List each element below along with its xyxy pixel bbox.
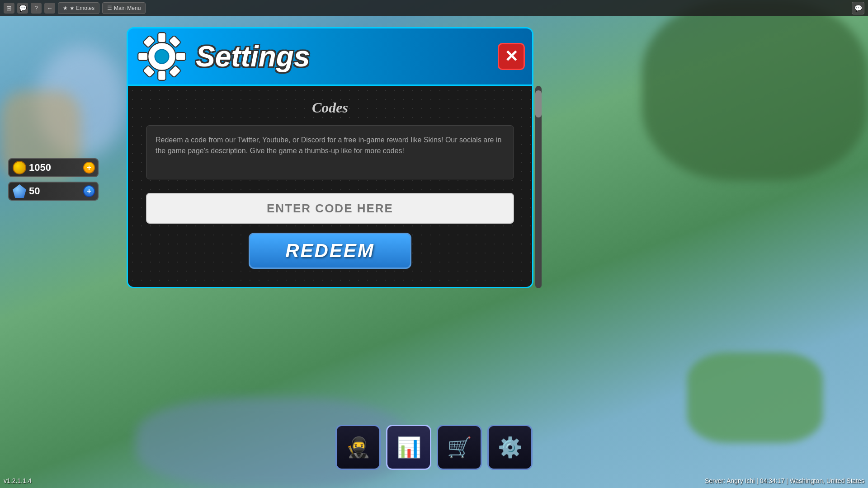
- scrollbar-thumb[interactable]: [535, 90, 542, 117]
- characters-button[interactable]: 🥷: [335, 425, 381, 470]
- modal-body: Codes Redeem a code from our Twitter, Yo…: [127, 86, 533, 288]
- leaderboard-icon: 📊: [396, 436, 421, 459]
- gems-value: 50: [29, 185, 80, 197]
- bg-decoration: [642, 0, 868, 181]
- chat-bubble-icon[interactable]: 💬: [852, 2, 864, 14]
- shop-icon: 🛒: [447, 436, 472, 459]
- modal-scrollbar[interactable]: [535, 86, 542, 288]
- coins-value: 1050: [29, 162, 80, 174]
- topbar: ⊞ 💬 ? ← ★ ★ Emotes ☰ Main Menu 💬: [0, 0, 868, 16]
- settings-toolbar-button[interactable]: ⚙️: [487, 425, 533, 470]
- gems-display: 50 +: [8, 182, 99, 201]
- roblox-back-icon[interactable]: ←: [44, 3, 55, 14]
- modal-header: Settings ✕: [127, 27, 533, 86]
- bottom-toolbar: 🥷 📊 🛒 ⚙️: [335, 425, 533, 470]
- close-button[interactable]: ✕: [498, 43, 525, 70]
- close-icon: ✕: [505, 47, 518, 66]
- svg-rect-1: [158, 70, 166, 80]
- settings-modal: Settings ✕ Codes Redeem a code from our …: [127, 27, 533, 288]
- topbar-right: 💬: [852, 2, 864, 14]
- code-input[interactable]: [146, 193, 514, 224]
- menu-icon: ☰: [107, 5, 112, 11]
- gem-icon: [13, 184, 26, 198]
- redeem-label: REDEEM: [285, 240, 375, 262]
- coins-display: 1050 +: [8, 158, 99, 177]
- add-coins-button[interactable]: +: [83, 162, 95, 174]
- redeem-button[interactable]: REDEEM: [249, 233, 411, 269]
- bg-decoration: [687, 352, 823, 443]
- roblox-help-icon[interactable]: ?: [31, 3, 42, 14]
- codes-description: Redeem a code from our Twitter, Youtube,…: [146, 125, 514, 179]
- gear-toolbar-icon: ⚙️: [498, 436, 523, 459]
- characters-icon: 🥷: [346, 436, 371, 459]
- settings-gear-icon: [137, 32, 187, 81]
- svg-rect-3: [176, 52, 186, 61]
- server-info-label: Server: Angry Ichi | 04:34:17 | Washingt…: [705, 477, 864, 484]
- leaderboard-button[interactable]: 📊: [386, 425, 431, 470]
- version-label: v1.2.1.1.4: [4, 477, 32, 484]
- star-icon: ★: [63, 5, 68, 11]
- main-menu-label: Main Menu: [114, 5, 141, 11]
- add-gems-button[interactable]: +: [83, 185, 95, 197]
- svg-point-9: [155, 50, 169, 64]
- main-menu-button[interactable]: ☰ Main Menu: [102, 2, 146, 14]
- svg-rect-0: [158, 33, 166, 42]
- emotes-label: ★ Emotes: [70, 5, 94, 11]
- svg-rect-2: [138, 52, 148, 61]
- shop-button[interactable]: 🛒: [437, 425, 482, 470]
- roblox-home-icon[interactable]: ⊞: [4, 3, 14, 14]
- roblox-chat-icon[interactable]: 💬: [17, 3, 28, 14]
- currency-hud: 1050 + 50 +: [8, 158, 99, 201]
- emotes-button[interactable]: ★ ★ Emotes: [58, 2, 99, 14]
- modal-title: Settings: [196, 40, 310, 73]
- coin-icon: [13, 161, 26, 174]
- codes-section-title: Codes: [146, 99, 514, 116]
